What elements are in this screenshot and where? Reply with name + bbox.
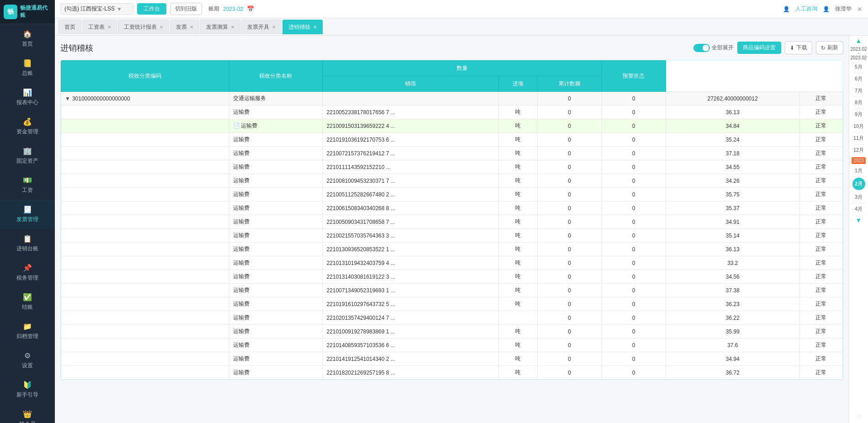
table-row: 运输费 2210072157376219412 7 ... 吨 0 0 37.1… xyxy=(61,147,843,160)
cell-purchase: 0 xyxy=(602,215,666,229)
cell-sales: 0 xyxy=(538,284,602,297)
cell-purchase: 0 xyxy=(602,119,666,133)
cell-sales: 0 xyxy=(538,188,602,201)
table-row: 运输费 2210191036192170753 6 ... 吨 0 0 35.2… xyxy=(61,133,843,147)
download-button[interactable]: ⬇ 下载 xyxy=(785,41,812,54)
company-selector[interactable]: (勾选) 江西报宝-LSS ▼ xyxy=(60,3,133,15)
tab-close-4[interactable]: ✕ xyxy=(231,25,234,30)
user-name[interactable]: 徐澄华 xyxy=(835,5,852,13)
calendar-month[interactable]: 5月 xyxy=(853,61,864,73)
cell-purchase: 0 xyxy=(602,92,666,106)
calendar-month-current[interactable]: 4月 xyxy=(852,203,865,215)
tab-close-1[interactable]: ✕ xyxy=(107,25,111,30)
cell-name: 运输费 xyxy=(229,147,323,160)
customer-service-label[interactable]: 人工咨询 xyxy=(795,5,817,13)
cell-sales: 0 xyxy=(538,106,602,119)
tab-1[interactable]: 工资表✕ xyxy=(82,20,117,34)
calendar-month[interactable]: 9月 xyxy=(853,109,864,121)
cell-invoice: 2210191036192170753 6 ... xyxy=(323,133,499,147)
cell-invoice: 2210131019432403759 4 ... xyxy=(323,256,499,270)
sidebar-item-7[interactable]: 📋进销台账 xyxy=(0,229,55,258)
cell-purchase: 0 xyxy=(602,284,666,297)
window-close-button[interactable]: ✕ xyxy=(857,5,863,13)
calendar-icon[interactable]: 📅 xyxy=(247,5,254,12)
sidebar-item-11[interactable]: ⚙设置 xyxy=(0,346,55,375)
refresh-button[interactable]: ↻ 刷新 xyxy=(816,41,843,54)
sidebar-item-6[interactable]: 🧾发票管理 xyxy=(0,200,55,229)
cell-invoice xyxy=(323,92,499,106)
tab-close-3[interactable]: ✕ xyxy=(190,25,193,30)
tab-close-2[interactable]: ✕ xyxy=(160,25,163,30)
cell-invoice: 2210182021269257195 8 ... xyxy=(323,366,499,380)
expand-toggle[interactable] xyxy=(693,44,710,52)
calendar-month[interactable]: 8月 xyxy=(853,97,864,109)
calendar-month-current[interactable]: 2月 xyxy=(852,178,865,190)
tab-close-5[interactable]: ✕ xyxy=(272,25,276,30)
calendar-down-arrow[interactable]: ▼ xyxy=(854,215,863,225)
sidebar-item-10[interactable]: 📁归档管理 xyxy=(0,317,55,346)
sidebar-icon-11: ⚙ xyxy=(24,351,31,360)
sidebar-icon-10: 📁 xyxy=(23,322,32,331)
tab-5[interactable]: 发票开具✕ xyxy=(241,20,282,34)
cell-cumulative: 34.91 xyxy=(666,215,800,229)
cell-invoice: 2210140859357103536 6 ... xyxy=(323,338,499,352)
cell-invoice: 2210131403081619122 3 ... xyxy=(323,270,499,284)
cell-sales: 0 xyxy=(538,311,602,325)
sidebar-item-9[interactable]: ✅结账 xyxy=(0,287,55,317)
workspace-button[interactable]: 工作台 xyxy=(137,3,166,15)
tab-0[interactable]: 首页 xyxy=(59,20,81,34)
sidebar-label-4: 固定资产 xyxy=(16,157,38,165)
sidebar-item-12[interactable]: 🔰新手引导 xyxy=(0,375,55,404)
calendar-month[interactable]: 6月 xyxy=(853,73,864,85)
sidebar-item-2[interactable]: 📊报表中心 xyxy=(0,83,55,112)
expand-toggle-wrap: 全部展开 xyxy=(693,44,734,52)
sidebar-icon-9: ✅ xyxy=(23,293,32,301)
cell-status: 正常 xyxy=(799,229,842,243)
cell-name: 运输费 xyxy=(229,188,323,201)
calendar-month[interactable]: 11月 xyxy=(853,132,864,144)
cell-tag: 吨 xyxy=(499,229,538,243)
calendar-month[interactable]: 10月 xyxy=(853,121,864,132)
sidebar-item-3[interactable]: 💰资金管理 xyxy=(0,112,55,141)
expand-triangle[interactable]: ▼ xyxy=(65,95,70,102)
calendar-month[interactable]: 12月 xyxy=(853,144,864,156)
cell-status: 正常 xyxy=(799,188,842,201)
cell-cumulative: 34.55 xyxy=(666,160,800,174)
sidebar-item-0[interactable]: 🏠首页 xyxy=(0,24,55,53)
sidebar-label-13: 畅会员 xyxy=(19,420,36,423)
sidebar-item-1[interactable]: 📒总账 xyxy=(0,53,55,83)
table-row: 运输费 2210050903431708658 7 ... 吨 0 0 34.9… xyxy=(61,215,843,229)
cell-status: 正常 xyxy=(799,133,842,147)
cell-tag xyxy=(499,311,538,325)
current-year-label[interactable]: 2023 xyxy=(852,157,865,164)
tab-close-6[interactable]: ✕ xyxy=(313,25,317,30)
cell-status: 正常 xyxy=(799,201,842,215)
tab-label-5: 发票开具 xyxy=(247,23,269,31)
favorite-icon[interactable]: ♡ xyxy=(857,412,861,423)
refresh-icon: ↻ xyxy=(821,45,825,51)
tab-2[interactable]: 工资统计报表✕ xyxy=(118,20,169,34)
tab-4[interactable]: 发票测算✕ xyxy=(200,20,240,34)
old-version-button[interactable]: 切到旧版 xyxy=(170,3,202,15)
calendar-month[interactable]: 7月 xyxy=(853,85,864,97)
table-row: 📄运输费 2210091503139659222 4 ... 吨 0 0 34.… xyxy=(61,119,843,133)
cell-purchase: 0 xyxy=(602,229,666,243)
tab-6[interactable]: 进销稽核✕ xyxy=(282,20,323,34)
calendar-month-current[interactable]: 1月 xyxy=(852,165,865,177)
sidebar-item-8[interactable]: 📌税务管理 xyxy=(0,258,55,287)
cell-code xyxy=(61,174,229,188)
sidebar-label-11: 设置 xyxy=(22,362,33,370)
sidebar-label-9: 结账 xyxy=(22,303,33,311)
calendar-month-current[interactable]: 3月 xyxy=(852,191,865,203)
calendar-up-arrow[interactable]: ▲ xyxy=(854,36,863,46)
sidebar-item-4[interactable]: 🏢固定资产 xyxy=(0,141,55,170)
sidebar-item-13[interactable]: 👑畅会员 xyxy=(0,404,55,423)
tab-3[interactable]: 发票✕ xyxy=(170,20,199,34)
sidebar-item-5[interactable]: 💵工资 xyxy=(0,170,55,200)
period-value[interactable]: 2023-02 xyxy=(223,6,243,12)
cell-status: 正常 xyxy=(799,311,842,325)
table-row: 运输费 2210081009453230371 7 ... 吨 0 0 34.2… xyxy=(61,174,843,188)
cell-code xyxy=(61,133,229,147)
product-code-button[interactable]: 商品编码设置 xyxy=(737,42,781,54)
cell-purchase: 0 xyxy=(602,174,666,188)
